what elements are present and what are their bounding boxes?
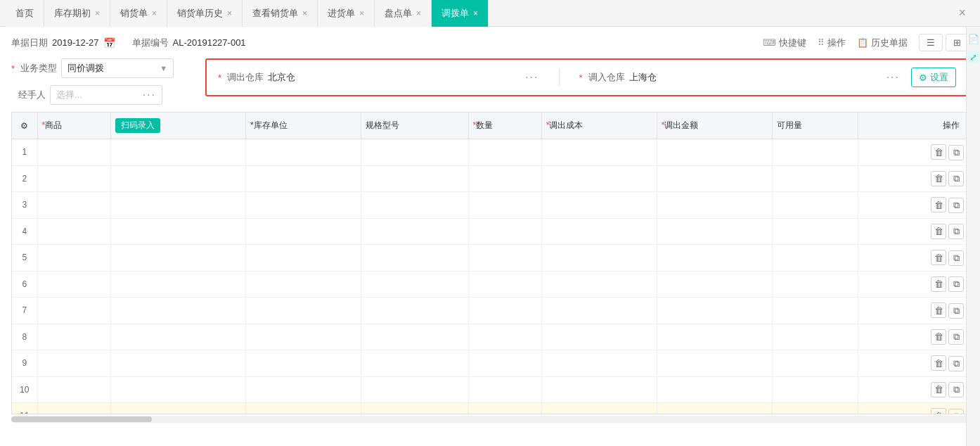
product-cell[interactable] (37, 218, 110, 245)
warehouse-out-more-icon[interactable]: ··· (525, 71, 539, 84)
delete-icon[interactable]: 🗑 (931, 250, 946, 265)
tab-sales-history[interactable]: 销货单历史 × (167, 0, 243, 27)
cost-cell[interactable] (541, 165, 657, 192)
tab-purchase[interactable]: 进货单 × (318, 0, 375, 27)
delete-icon[interactable]: 🗑 (931, 408, 946, 414)
tab-inventory-check-close[interactable]: × (416, 8, 421, 18)
delete-icon[interactable]: 🗑 (931, 382, 946, 397)
tab-transfer-close[interactable]: × (473, 8, 478, 18)
amount-cell[interactable] (657, 350, 772, 377)
product-cell[interactable] (37, 271, 110, 298)
warehouse-in-more-icon[interactable]: ··· (886, 71, 900, 84)
qty-cell[interactable] (468, 298, 541, 324)
qty-cell[interactable] (468, 192, 541, 219)
delete-icon[interactable]: 🗑 (931, 329, 946, 345)
th-settings[interactable]: ⚙ (12, 113, 37, 139)
amount-cell[interactable] (657, 376, 772, 403)
amount-cell[interactable] (657, 403, 772, 415)
cost-cell[interactable] (541, 192, 657, 219)
qty-cell[interactable] (468, 165, 541, 192)
calendar-icon[interactable]: 📅 (103, 37, 115, 49)
copy-icon[interactable]: ⧉ (948, 198, 964, 213)
product-cell[interactable] (37, 403, 110, 415)
qty-cell[interactable] (468, 324, 541, 350)
scrollbar-thumb[interactable] (11, 416, 152, 422)
qty-cell[interactable] (468, 350, 541, 377)
amount-cell[interactable] (657, 192, 772, 219)
product-cell[interactable] (37, 165, 110, 192)
copy-icon[interactable]: ⧉ (948, 356, 964, 371)
amount-cell[interactable] (657, 165, 772, 192)
cost-cell[interactable] (541, 271, 657, 298)
product-cell[interactable] (37, 324, 110, 350)
tab-sales-order[interactable]: 销货单 × (110, 0, 167, 27)
tab-sales-history-close[interactable]: × (227, 8, 232, 18)
amount-cell[interactable] (657, 324, 772, 350)
cost-cell[interactable] (541, 245, 657, 272)
copy-icon[interactable]: ⧉ (948, 145, 964, 160)
amount-cell[interactable] (657, 218, 772, 245)
horizontal-scrollbar[interactable] (11, 416, 969, 423)
tab-transfer[interactable]: 调拨单 × (432, 0, 489, 27)
copy-icon[interactable]: ⧉ (948, 329, 964, 345)
amount-cell[interactable] (657, 139, 772, 166)
delete-icon[interactable]: 🗑 (931, 171, 946, 186)
copy-icon[interactable]: ⧉ (948, 382, 964, 397)
tab-inventory-init-close[interactable]: × (95, 8, 100, 18)
tab-sales-order-close[interactable]: × (152, 8, 157, 18)
cost-cell[interactable] (541, 403, 657, 415)
sidebar-doc-icon[interactable]: 📄 (967, 32, 980, 45)
copy-icon[interactable]: ⧉ (948, 224, 964, 239)
copy-icon[interactable]: ⧉ (948, 250, 964, 266)
layout-list-btn[interactable]: ☰ (919, 34, 943, 51)
window-close-button[interactable]: × (950, 6, 974, 20)
tab-inventory-init[interactable]: 库存期初 × (44, 0, 110, 27)
tab-view-sales[interactable]: 查看销货单 × (243, 0, 318, 27)
tab-view-sales-close[interactable]: × (302, 8, 307, 18)
product-cell[interactable] (37, 139, 110, 166)
shortcut-action[interactable]: ⌨ 快捷键 (763, 37, 806, 49)
sidebar-expand-icon[interactable]: ⤢ (967, 51, 980, 63)
qty-cell[interactable] (468, 245, 541, 272)
qty-cell[interactable] (468, 218, 541, 245)
cost-cell[interactable] (541, 218, 657, 245)
qty-cell[interactable] (468, 139, 541, 166)
history-action[interactable]: 📋 历史单据 (857, 37, 908, 49)
product-cell[interactable] (37, 376, 110, 403)
delete-icon[interactable]: 🗑 (931, 276, 946, 292)
cost-cell[interactable] (541, 139, 657, 166)
copy-icon[interactable]: ⧉ (948, 409, 964, 415)
delete-icon[interactable]: 🗑 (931, 302, 946, 318)
delete-icon[interactable]: 🗑 (931, 355, 946, 371)
settings-button[interactable]: ⚙ 设置 (911, 68, 956, 87)
cost-cell[interactable] (541, 376, 657, 403)
product-cell[interactable] (37, 350, 110, 377)
handler-more-icon[interactable]: ··· (143, 89, 156, 101)
cost-cell[interactable] (541, 350, 657, 377)
product-cell[interactable] (37, 298, 110, 324)
qty-cell[interactable] (468, 376, 541, 403)
tab-home[interactable]: 首页 (6, 0, 44, 27)
scan-button[interactable]: 扫码录入 (115, 118, 160, 133)
business-type-select[interactable]: 同价调拨 ▼ (61, 58, 174, 78)
qty-cell[interactable] (468, 271, 541, 298)
delete-icon[interactable]: 🗑 (931, 144, 946, 160)
delete-icon[interactable]: 🗑 (931, 224, 946, 239)
operate-action[interactable]: ⠿ 操作 (818, 37, 846, 49)
tab-purchase-close[interactable]: × (359, 8, 364, 18)
amount-cell[interactable] (657, 245, 772, 272)
product-cell[interactable] (37, 192, 110, 219)
product-cell[interactable] (37, 245, 110, 272)
cost-cell[interactable] (541, 324, 657, 350)
tab-inventory-check[interactable]: 盘点单 × (375, 0, 432, 27)
delete-icon[interactable]: 🗑 (931, 197, 946, 212)
qty-cell[interactable] (468, 403, 541, 415)
copy-icon[interactable]: ⧉ (948, 303, 964, 319)
copy-icon[interactable]: ⧉ (948, 171, 964, 186)
cost-cell[interactable] (541, 298, 657, 324)
amount-cell[interactable] (657, 298, 772, 324)
number-field: 单据编号 AL-20191227-001 (132, 37, 246, 49)
copy-icon[interactable]: ⧉ (948, 276, 964, 292)
amount-cell[interactable] (657, 271, 772, 298)
handler-select[interactable]: 选择... ··· (50, 85, 162, 105)
